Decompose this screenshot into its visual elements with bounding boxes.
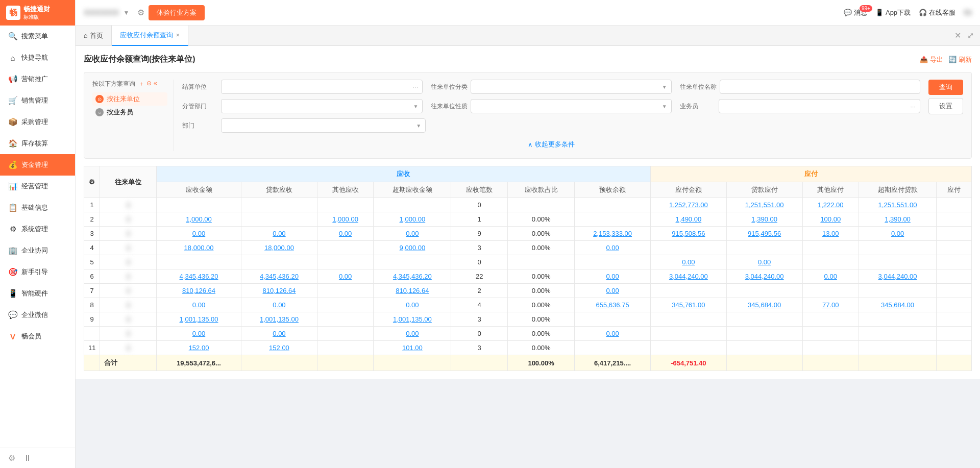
tab-ar-ap[interactable]: 应收应付余额查询 × [112, 26, 188, 46]
sidebar-settings-icon[interactable]: ⚙ [8, 453, 15, 463]
edit-scheme-icon[interactable]: ⊙ [146, 80, 152, 88]
cell-link[interactable]: 100.00 [820, 215, 841, 223]
cell-link[interactable]: 1,000.00 [400, 215, 426, 223]
scheme-item-by-sales[interactable]: ○ 按业务员 [92, 106, 167, 119]
cell-link[interactable]: 0.00 [339, 273, 352, 280]
cell-link[interactable]: 1,390.00 [751, 215, 777, 223]
cell-link[interactable]: 18,000.00 [184, 244, 214, 252]
cell-link[interactable]: 655,636.75 [596, 301, 629, 309]
sidebar-item-wechat[interactable]: 💬 企业微信 [0, 304, 75, 326]
cell-link[interactable]: 810,126.64 [396, 287, 429, 294]
cell-link[interactable]: 18,000.00 [264, 244, 294, 252]
app-download-button[interactable]: 📱 App下载 [875, 8, 911, 17]
cell-link[interactable]: 1,390.00 [885, 215, 911, 223]
cell-link[interactable]: 810,126.64 [262, 287, 296, 294]
sidebar-item-enterprise[interactable]: 🏢 企业协同 [0, 240, 75, 261]
cell-link[interactable]: 9,000.00 [400, 244, 426, 252]
cell-link[interactable]: 0.00 [273, 301, 285, 309]
promo-button[interactable]: 体验行业方案 [149, 5, 205, 20]
refresh-button[interactable]: 🔄 刷新 [948, 55, 972, 64]
online-service-button[interactable]: 🎧 在线客服 [919, 8, 955, 17]
sidebar-item-guide[interactable]: 🎯 新手引导 [0, 261, 75, 283]
cell-link[interactable]: 77.00 [822, 301, 839, 309]
export-button[interactable]: 📤 导出 [920, 55, 943, 64]
cell-link[interactable]: 0.00 [606, 273, 619, 280]
cell-link[interactable]: 1,490.00 [676, 215, 702, 223]
sidebar-item-quick-nav[interactable]: ⌂ 快捷导航 [0, 47, 75, 68]
cell-link[interactable]: 345,684.00 [748, 301, 781, 309]
window-close-icon[interactable]: ✕ [954, 31, 961, 40]
cell-link[interactable]: 1,222.00 [818, 201, 844, 209]
cell-link[interactable]: 2,153,333.00 [593, 230, 632, 237]
cell-link[interactable]: 4,345,436.20 [393, 273, 432, 280]
cell-link[interactable]: 345,684.00 [881, 301, 914, 309]
partner-cat-input[interactable]: ▼ [471, 80, 671, 94]
cell-link[interactable]: 915,508.56 [672, 230, 705, 237]
settings-button[interactable]: 设置 [928, 98, 963, 114]
partner-nature-input[interactable]: ▼ [471, 99, 671, 113]
cell-link[interactable]: 915,495.56 [748, 230, 781, 237]
cell-link[interactable]: 1,000.00 [186, 215, 212, 223]
sidebar-item-search-menu[interactable]: 🔍 搜索菜单 [0, 26, 75, 47]
cell-link[interactable]: 1,001,135.00 [393, 315, 432, 323]
dept-input[interactable]: ▼ [221, 118, 426, 133]
cell-link[interactable]: 1,251,551.00 [878, 201, 917, 209]
sidebar-item-purchase[interactable]: 📦 采购管理 [0, 111, 75, 133]
window-maximize-icon[interactable]: ⤢ [967, 31, 974, 40]
collapse-more-conditions[interactable]: ∧ 收起更多条件 [182, 138, 920, 151]
cell-link[interactable]: 0.00 [682, 258, 695, 266]
cell-link[interactable]: 0.00 [192, 230, 205, 237]
cell-link[interactable]: 0.00 [606, 330, 619, 337]
tab-close-icon[interactable]: × [176, 32, 180, 39]
topbar-gear-icon[interactable]: ⚙ [137, 8, 144, 17]
message-button[interactable]: 💬 消息 99+ [844, 8, 867, 17]
cell-link[interactable]: 152.00 [269, 344, 289, 352]
cell-link[interactable]: 3,044,240.00 [669, 273, 708, 280]
cell-link[interactable]: 810,126.64 [182, 287, 215, 294]
cell-link[interactable]: 1,001,135.00 [260, 315, 299, 323]
sidebar-item-sales[interactable]: 🛒 销售管理 [0, 90, 75, 111]
cell-link[interactable]: 3,044,240.00 [878, 273, 917, 280]
dept-mgr-input[interactable]: ▼ [221, 99, 423, 113]
sidebar-item-marketing[interactable]: 📢 营销推广 [0, 68, 75, 90]
sidebar-collapse-icon[interactable]: ⏸ [23, 454, 32, 463]
collapse-scheme-icon[interactable]: « [154, 80, 157, 88]
salesperson-input[interactable]: ··· [719, 99, 920, 113]
cell-link[interactable]: 4,345,436.20 [180, 273, 218, 280]
cell-link[interactable]: 1,000.00 [332, 215, 358, 223]
scheme-item-by-partner[interactable]: ⊙ 按往来单位 [92, 92, 167, 106]
cell-link[interactable]: 0.00 [891, 230, 904, 237]
cell-link[interactable]: 101.00 [402, 344, 423, 352]
user-menu[interactable]: Rit [964, 9, 972, 16]
cell-link[interactable]: 0.00 [406, 330, 419, 337]
cell-link[interactable]: 345,761.00 [672, 301, 705, 309]
cell-link[interactable]: 0.00 [406, 230, 419, 237]
cell-link[interactable]: 1,252,773.00 [669, 201, 708, 209]
cell-link[interactable]: 0.00 [758, 258, 771, 266]
cell-link[interactable]: 3,044,240.00 [745, 273, 784, 280]
sidebar-item-hardware[interactable]: 📱 智能硬件 [0, 283, 75, 304]
cell-link[interactable]: 0.00 [606, 244, 619, 252]
cell-link[interactable]: 4,345,436.20 [260, 273, 299, 280]
cell-link[interactable]: 0.00 [273, 330, 285, 337]
sidebar-item-capital[interactable]: 💰 资金管理 [0, 154, 75, 176]
cell-link[interactable]: 0.00 [339, 230, 352, 237]
add-scheme-icon[interactable]: ＋ [138, 80, 144, 88]
tab-home[interactable]: ⌂ 首页 [76, 26, 112, 46]
cell-link[interactable]: 13.00 [822, 230, 839, 237]
cell-link[interactable]: 0.00 [606, 287, 619, 294]
sidebar-item-operation[interactable]: 📊 经营管理 [0, 176, 75, 197]
sidebar-item-basic-info[interactable]: 📋 基础信息 [0, 197, 75, 218]
settlement-input[interactable]: ··· [221, 80, 423, 94]
cell-link[interactable]: 0.00 [824, 273, 837, 280]
cell-link[interactable]: 1,001,135.00 [180, 315, 218, 323]
cell-link[interactable]: 0.00 [273, 230, 285, 237]
partner-name-input[interactable] [720, 80, 920, 94]
col-setting-header[interactable]: ⚙ [84, 166, 100, 198]
sidebar-item-member[interactable]: V 畅会员 [0, 326, 75, 347]
cell-link[interactable]: 152.00 [189, 344, 209, 352]
cell-link[interactable]: 1,251,551.00 [745, 201, 784, 209]
cell-link[interactable]: 0.00 [192, 301, 205, 309]
sidebar-item-system[interactable]: ⚙ 系统管理 [0, 218, 75, 240]
query-button[interactable]: 查询 [928, 80, 963, 95]
